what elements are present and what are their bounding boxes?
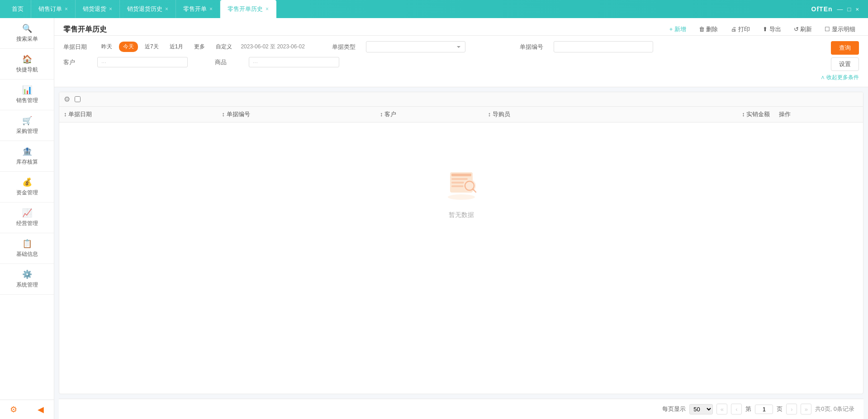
tab-sales-order[interactable]: 销售订单 × — [31, 0, 76, 18]
product-input[interactable]: ··· — [249, 57, 339, 67]
tab-close-sales-order[interactable]: × — [65, 6, 68, 12]
sidebar-item-nav[interactable]: 🏠 快捷导航 — [0, 49, 54, 80]
tab-sales-return-history[interactable]: 销货退货历史 × — [120, 0, 176, 18]
delete-button[interactable]: 🗑 删除 — [695, 24, 722, 35]
first-page-btn[interactable]: « — [716, 404, 727, 414]
window-max-btn[interactable]: □ — [848, 6, 851, 13]
sidebar-item-label-nav: 快捷导航 — [16, 66, 38, 74]
page-suffix: 页 — [777, 405, 783, 413]
data-table: ↕ 单据日期 ↕ 单据编号 ↕ 客户 ↕ 导购员 — [59, 107, 863, 122]
customer-label: 客户 — [63, 58, 88, 66]
sidebar-item-finance[interactable]: 💰 资金管理 — [0, 172, 54, 202]
tab-retail-order[interactable]: 零售开单 × — [176, 0, 220, 18]
sidebar-item-basic[interactable]: 📋 基础信息 — [0, 233, 54, 264]
refresh-button[interactable]: ↺ 刷新 — [790, 24, 816, 35]
tab-retail-history[interactable]: 零售开单历史 × — [220, 0, 276, 18]
svg-rect-3 — [451, 178, 468, 180]
sidebar-item-label-search: 搜索采单 — [16, 35, 38, 43]
add-button[interactable]: + 新增 — [666, 24, 690, 35]
date-btn-custom[interactable]: 自定义 — [212, 42, 236, 52]
inventory-icon: 🏦 — [22, 146, 32, 156]
table-gear-icon[interactable]: ⚙ — [64, 95, 70, 104]
window-min-btn[interactable]: — — [837, 6, 843, 13]
tab-close-retail-order[interactable]: × — [209, 6, 213, 12]
sidebar-item-inventory[interactable]: 🏦 库存核算 — [0, 141, 54, 172]
filter-row-date: 单据日期 昨天 今天 近7天 近1月 更多 自定义 2023-06-02 至 2… — [63, 41, 822, 52]
sidebar-item-label-operation: 经营管理 — [16, 220, 38, 227]
sidebar-item-label-inventory: 库存核算 — [16, 158, 38, 166]
sidebar-collapse-btn[interactable]: ◀ — [38, 405, 44, 414]
table-area: ⚙ ↕ 单据日期 ↕ 单据编号 ↕ — [59, 92, 863, 394]
date-btn-7days[interactable]: 近7天 — [141, 42, 163, 52]
print-button[interactable]: 🖨 打印 — [727, 24, 754, 35]
main-layout: 🔍 搜索采单 🏠 快捷导航 📊 销售管理 🛒 采购管理 🏦 库存核算 💰 资金管… — [0, 18, 868, 419]
sidebar-item-search[interactable]: 🔍 搜索采单 — [0, 18, 54, 49]
tab-close-retail-history[interactable]: × — [266, 6, 269, 12]
date-btn-more[interactable]: 更多 — [190, 42, 209, 52]
per-page-label: 每页显示 — [662, 405, 686, 413]
date-btn-today[interactable]: 今天 — [119, 42, 138, 52]
prev-page-btn[interactable]: ‹ — [731, 404, 742, 414]
tab-close-sales-return[interactable]: × — [109, 6, 112, 12]
last-page-btn[interactable]: » — [801, 404, 811, 414]
sidebar-item-operation[interactable]: 📈 经营管理 — [0, 202, 54, 233]
customer-dots: ··· — [101, 59, 184, 66]
page-number-input[interactable] — [755, 405, 773, 414]
system-icon: ⚙️ — [22, 269, 32, 279]
top-bar-right: OfTEn — □ × — [811, 5, 863, 13]
content-area: 零售开单历史 + 新增 🗑 删除 🖨 打印 ⬆ 导出 ↺ 刷新 ☐ 显示明细 单… — [54, 18, 868, 419]
export-button[interactable]: ⬆ 导出 — [759, 24, 785, 35]
operation-icon: 📈 — [22, 208, 32, 218]
settings-button[interactable]: 设置 — [831, 57, 859, 71]
finance-icon: 💰 — [22, 177, 32, 187]
sidebar-bottom: ⚙ ◀ — [0, 400, 54, 419]
page-title: 零售开单历史 — [63, 25, 107, 34]
doc-type-select[interactable] — [366, 41, 465, 52]
sidebar-item-label-purchase: 采购管理 — [16, 127, 38, 135]
empty-illustration — [439, 159, 484, 204]
date-btn-yesterday[interactable]: 昨天 — [97, 42, 116, 52]
select-all-checkbox[interactable] — [75, 96, 81, 102]
sidebar: 🔍 搜索采单 🏠 快捷导航 📊 销售管理 🛒 采购管理 🏦 库存核算 💰 资金管… — [0, 18, 54, 419]
sidebar-item-system[interactable]: ⚙️ 系统管理 — [0, 264, 54, 295]
last-page-icon: » — [805, 406, 808, 413]
sidebar-item-label-basic: 基础信息 — [16, 250, 38, 258]
product-dots: ··· — [253, 59, 335, 66]
svg-rect-4 — [451, 182, 464, 184]
query-button[interactable]: 查询 — [831, 41, 859, 55]
sales-icon: 📊 — [22, 85, 32, 95]
sidebar-item-sales[interactable]: 📊 销售管理 — [0, 80, 54, 110]
tab-close-sales-return-history[interactable]: × — [165, 6, 168, 12]
sidebar-item-label-sales: 销售管理 — [16, 97, 38, 104]
empty-state: 暂无数据 — [59, 122, 863, 255]
sidebar-item-label-system: 系统管理 — [16, 281, 38, 289]
purchase-icon: 🛒 — [22, 116, 32, 126]
empty-text: 暂无数据 — [449, 211, 474, 219]
top-bar: 首页 销售订单 × 销货退货 × 销货退货历史 × 零售开单 × 零售开单历史 … — [0, 0, 868, 18]
tab-home[interactable]: 首页 — [5, 0, 31, 18]
display-detail-button[interactable]: ☐ 显示明细 — [821, 24, 859, 35]
per-page-select[interactable]: 50 20 100 — [689, 404, 713, 414]
date-label: 单据日期 — [63, 43, 88, 51]
home-icon: 🏠 — [22, 54, 32, 64]
query-btn-area: 查询 设置 — [831, 41, 859, 71]
sidebar-gear-btn[interactable]: ⚙ — [10, 405, 17, 414]
product-label: 商品 — [215, 58, 240, 66]
collapse-filter-btn[interactable]: ∧ 收起更多条件 — [821, 74, 859, 81]
customer-input[interactable]: ··· — [97, 57, 188, 67]
sidebar-item-purchase[interactable]: 🛒 采购管理 — [0, 110, 54, 141]
doc-no-input[interactable] — [554, 41, 653, 52]
tab-sales-return[interactable]: 销货退货 × — [76, 0, 120, 18]
pagination-bar: 每页显示 50 20 100 « ‹ 第 页 › » 共0页, 0条记录 — [59, 399, 863, 419]
th-amount: ↕ 实销金额 — [617, 107, 774, 122]
svg-rect-2 — [451, 174, 471, 176]
svg-point-0 — [448, 194, 475, 200]
date-btn-1month[interactable]: 近1月 — [166, 42, 188, 52]
header-actions: + 新增 🗑 删除 🖨 打印 ⬆ 导出 ↺ 刷新 ☐ 显示明细 — [666, 24, 859, 35]
next-page-btn[interactable]: › — [786, 404, 797, 414]
window-close-btn[interactable]: × — [855, 6, 859, 13]
next-page-icon: › — [791, 406, 792, 413]
brand-label: OfTEn — [811, 5, 833, 13]
page-header: 零售开单历史 + 新增 🗑 删除 🖨 打印 ⬆ 导出 ↺ 刷新 ☐ 显示明细 — [54, 18, 868, 36]
first-page-icon: « — [721, 406, 724, 413]
